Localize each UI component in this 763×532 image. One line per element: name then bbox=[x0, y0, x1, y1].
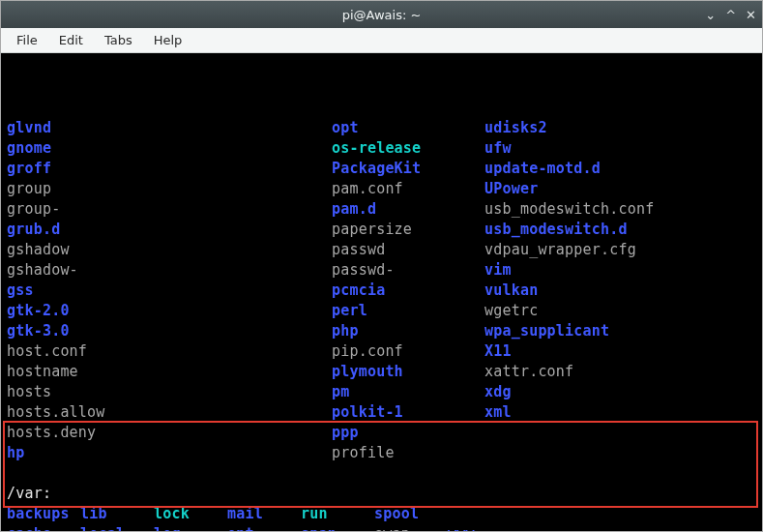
listing-entry: wgetrc bbox=[484, 301, 538, 321]
listing-entry: ppp bbox=[332, 423, 484, 443]
listing-entry: gshadow bbox=[7, 240, 332, 260]
var-entry: www bbox=[448, 524, 521, 531]
blank-line bbox=[7, 463, 756, 484]
menu-help[interactable]: Help bbox=[144, 31, 192, 49]
listing-entry: papersize bbox=[332, 220, 484, 240]
listing-entry: hosts bbox=[7, 382, 332, 402]
listing-row: hpprofile bbox=[7, 443, 756, 463]
listing-entry: os-release bbox=[332, 138, 484, 159]
listing-entry: polkit-1 bbox=[332, 402, 484, 423]
var-entry bbox=[448, 504, 521, 524]
window-controls: ⌄ ^ ✕ bbox=[705, 1, 756, 28]
listing-entry: gshadow- bbox=[7, 260, 332, 281]
listing-entry: opt bbox=[332, 118, 484, 138]
listing-entry: pam.conf bbox=[332, 179, 484, 199]
listing-entry: update-motd.d bbox=[484, 159, 601, 179]
listing-entry: pm bbox=[332, 382, 484, 402]
var-entry: snap bbox=[301, 524, 374, 531]
listing-entry: glvnd bbox=[7, 118, 332, 138]
listing-entry: passwd- bbox=[332, 260, 484, 281]
listing-entry: vdpau_wrapper.cfg bbox=[484, 240, 636, 260]
listing-row: gshadowpasswdvdpau_wrapper.cfg bbox=[7, 240, 756, 260]
window-title: pi@Awais: ~ bbox=[342, 8, 422, 22]
listing-entry: hostname bbox=[7, 362, 332, 382]
listing-entry: passwd bbox=[332, 240, 484, 260]
listing-entry: usb_modeswitch.d bbox=[484, 220, 628, 240]
minimize-icon[interactable]: ⌄ bbox=[705, 8, 716, 22]
listing-entry: vim bbox=[484, 260, 512, 281]
listing-row: hosts.allowpolkit-1xml bbox=[7, 402, 756, 423]
var-entry: lock bbox=[154, 504, 227, 524]
listing-entry: pip.conf bbox=[332, 341, 484, 362]
titlebar[interactable]: pi@Awais: ~ ⌄ ^ ✕ bbox=[1, 1, 762, 28]
listing-entry: gnome bbox=[7, 138, 332, 159]
listing-entry: host.conf bbox=[7, 341, 332, 362]
terminal-viewport[interactable]: glvndoptudisks2gnomeos-releaseufwgroffPa… bbox=[1, 53, 762, 531]
var-entry: lib bbox=[80, 504, 154, 524]
listing-entry: UPower bbox=[484, 179, 538, 199]
maximize-icon[interactable]: ^ bbox=[725, 8, 736, 22]
listing-row: glvndoptudisks2 bbox=[7, 118, 756, 138]
var-entry: swap bbox=[374, 524, 448, 531]
listing-row: host.confpip.confX11 bbox=[7, 341, 756, 362]
listing-row: gshadow-passwd-vim bbox=[7, 260, 756, 281]
var-entry: run bbox=[301, 504, 374, 524]
listing-row: gnomeos-releaseufw bbox=[7, 138, 756, 159]
listing-entry: hp bbox=[7, 443, 332, 463]
listing-entry: pcmcia bbox=[332, 281, 484, 301]
listing-entry: hosts.allow bbox=[7, 402, 332, 423]
var-entry: log bbox=[154, 524, 227, 531]
listing-entry: profile bbox=[332, 443, 484, 463]
listing-entry: PackageKit bbox=[332, 159, 484, 179]
var-entry: cache bbox=[7, 524, 80, 531]
listing-entry: grub.d bbox=[7, 220, 332, 240]
var-entry: opt bbox=[227, 524, 301, 531]
listing-entry: xattr.conf bbox=[484, 362, 573, 382]
listing-entry: X11 bbox=[484, 341, 512, 362]
var-row: backupsliblockmailrunspool bbox=[7, 504, 756, 524]
listing-entry: gtk-3.0 bbox=[7, 321, 332, 341]
listing-entry: wpa_supplicant bbox=[484, 321, 609, 341]
listing-entry: hosts.deny bbox=[7, 423, 332, 443]
listing-entry: xml bbox=[484, 402, 512, 423]
var-entry: mail bbox=[227, 504, 301, 524]
var-header: /var: bbox=[7, 484, 756, 504]
listing-entry: gss bbox=[7, 281, 332, 301]
listing-entry: pam.d bbox=[332, 199, 484, 220]
var-entry: local bbox=[80, 524, 154, 531]
menu-tabs[interactable]: Tabs bbox=[95, 31, 142, 49]
listing-entry: ufw bbox=[484, 138, 512, 159]
menu-edit[interactable]: Edit bbox=[49, 31, 93, 49]
listing-row: groffPackageKitupdate-motd.d bbox=[7, 159, 756, 179]
listing-row: hostnameplymouthxattr.conf bbox=[7, 362, 756, 382]
listing-row: grouppam.confUPower bbox=[7, 179, 756, 199]
listing-entry: group- bbox=[7, 199, 332, 220]
close-icon[interactable]: ✕ bbox=[746, 8, 756, 22]
listing-row: hosts.denyppp bbox=[7, 423, 756, 443]
var-entry: spool bbox=[374, 504, 448, 524]
listing-row: gtk-2.0perlwgetrc bbox=[7, 301, 756, 321]
listing-entry: udisks2 bbox=[484, 118, 547, 138]
listing-entry: vulkan bbox=[484, 281, 538, 301]
listing-row: gsspcmciavulkan bbox=[7, 281, 756, 301]
var-row: cachelocallogoptsnapswapwww bbox=[7, 524, 756, 531]
listing-entry: usb_modeswitch.conf bbox=[484, 199, 654, 220]
listing-row: hostspmxdg bbox=[7, 382, 756, 402]
listing-entry: plymouth bbox=[332, 362, 484, 382]
listing-row: group-pam.dusb_modeswitch.conf bbox=[7, 199, 756, 220]
terminal-window: pi@Awais: ~ ⌄ ^ ✕ File Edit Tabs Help gl… bbox=[0, 0, 763, 532]
listing-entry: group bbox=[7, 179, 332, 199]
var-entry: backups bbox=[7, 504, 80, 524]
menubar: File Edit Tabs Help bbox=[1, 28, 762, 53]
listing-row: grub.dpapersizeusb_modeswitch.d bbox=[7, 220, 756, 240]
menu-file[interactable]: File bbox=[7, 31, 47, 49]
listing-entry: gtk-2.0 bbox=[7, 301, 332, 321]
listing-entry: perl bbox=[332, 301, 484, 321]
listing-row: gtk-3.0phpwpa_supplicant bbox=[7, 321, 756, 341]
listing-entry: xdg bbox=[484, 382, 512, 402]
listing-entry: php bbox=[332, 321, 484, 341]
listing-entry: groff bbox=[7, 159, 332, 179]
